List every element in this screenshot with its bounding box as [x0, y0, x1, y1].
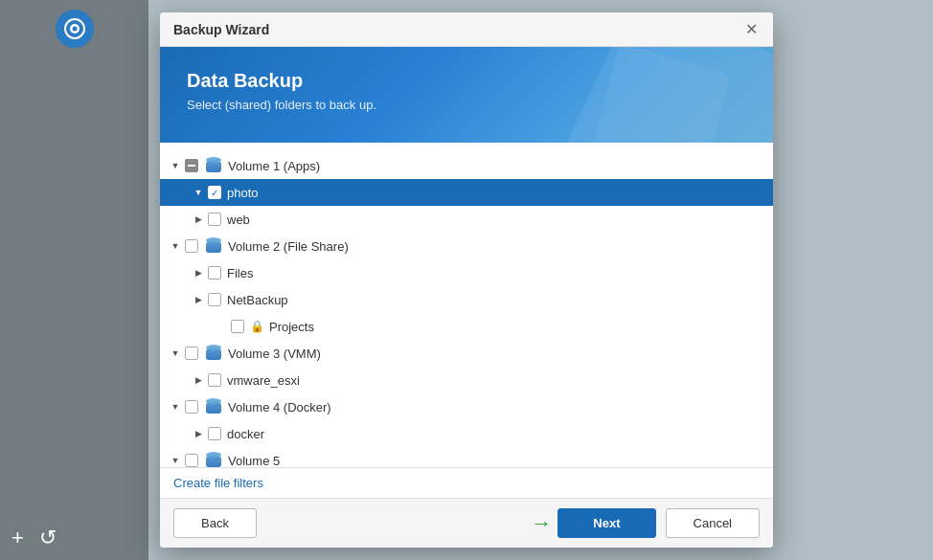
folder-name-vol1: Volume 1 (Apps)	[228, 159, 765, 173]
folder-name-projects: Projects	[269, 320, 765, 334]
checkbox-netbackup[interactable]	[208, 293, 221, 306]
next-arrow-icon: →	[531, 511, 552, 536]
folder-name-web: web	[227, 213, 765, 227]
folder-name-netbackup: NetBackup	[227, 293, 765, 307]
tree-item-vol2[interactable]: Volume 2 (File Share)	[160, 233, 773, 259]
expand-arrow-files[interactable]	[191, 265, 206, 280]
footer-left: Back	[173, 508, 257, 538]
desktop: + ↺ Backup Wizard ✕ Data Backup Select (…	[0, 0, 933, 560]
checkbox-vol3[interactable]	[185, 347, 198, 360]
back-button[interactable]: Back	[173, 508, 257, 538]
db-icon-vol2	[204, 239, 223, 253]
checkbox-vol1[interactable]	[185, 159, 198, 172]
modal-title: Backup Wizard	[173, 22, 269, 37]
expand-arrow-vol4[interactable]	[168, 399, 183, 414]
tree-item-docker[interactable]: docker	[160, 420, 773, 447]
folder-name-files: Files	[227, 266, 765, 280]
expand-arrow-vmware[interactable]	[191, 372, 206, 388]
tree-item-vol4[interactable]: Volume 4 (Docker)	[160, 393, 773, 420]
modal-overlay: Backup Wizard ✕ Data Backup Select (shar…	[0, 0, 933, 560]
checkbox-web[interactable]	[208, 213, 221, 226]
expand-arrow-netbackup[interactable]	[191, 292, 206, 307]
tree-item-netbackup[interactable]: NetBackup	[160, 286, 773, 313]
arrow-container: → Next	[531, 508, 655, 538]
db-icon-vol3	[204, 347, 223, 360]
folder-name-vmware: vmware_esxi	[227, 373, 765, 388]
modal-close-button[interactable]: ✕	[742, 21, 760, 38]
lock-icon: 🔒	[250, 320, 264, 333]
checkbox-projects[interactable]	[231, 320, 244, 333]
checkbox-vmware[interactable]	[208, 373, 221, 387]
tree-item-vol1[interactable]: Volume 1 (Apps)	[160, 152, 773, 179]
cancel-button[interactable]: Cancel	[666, 508, 760, 538]
folder-name-photo: photo	[227, 186, 765, 200]
db-icon-vol1	[204, 159, 223, 172]
checkbox-photo[interactable]	[208, 186, 221, 199]
modal-header-title: Data Backup	[187, 70, 746, 92]
checkbox-docker[interactable]	[208, 427, 221, 440]
footer-right: → Next Cancel	[531, 508, 760, 538]
backup-wizard-modal: Backup Wizard ✕ Data Backup Select (shar…	[160, 12, 773, 548]
folder-tree[interactable]: Volume 1 (Apps) photo web	[160, 143, 773, 468]
db-icon-vol4	[204, 400, 223, 414]
tree-item-photo[interactable]: photo	[160, 179, 773, 206]
expand-arrow-vol2[interactable]	[168, 238, 183, 254]
tree-item-vol3[interactable]: Volume 3 (VMM)	[160, 340, 773, 367]
modal-header-subtitle: Select (shared) folders to back up.	[187, 98, 746, 112]
create-filter-section: Create file filters	[160, 468, 773, 498]
tree-item-vol5[interactable]: Volume 5	[160, 447, 773, 468]
expand-arrow-vol5[interactable]	[168, 453, 183, 468]
checkbox-vol4[interactable]	[185, 400, 198, 414]
modal-titlebar: Backup Wizard ✕	[160, 12, 773, 47]
tree-item-vmware[interactable]: vmware_esxi	[160, 367, 773, 393]
modal-header: Data Backup Select (shared) folders to b…	[160, 47, 773, 143]
folder-name-vol3: Volume 3 (VMM)	[228, 347, 765, 361]
checkbox-files[interactable]	[208, 266, 221, 280]
checkbox-vol2[interactable]	[185, 239, 198, 253]
checkbox-vol5[interactable]	[185, 454, 198, 467]
modal-footer: Back → Next Cancel	[160, 498, 773, 548]
modal-body: Volume 1 (Apps) photo web	[160, 143, 773, 498]
expand-arrow-vol1[interactable]	[168, 158, 183, 173]
expand-arrow-vol3[interactable]	[168, 346, 183, 361]
expand-arrow-photo[interactable]	[191, 185, 206, 200]
db-icon-vol5	[204, 454, 223, 467]
tree-item-files[interactable]: Files	[160, 259, 773, 286]
tree-item-web[interactable]: web	[160, 206, 773, 233]
folder-name-vol2: Volume 2 (File Share)	[228, 239, 765, 254]
create-filter-link[interactable]: Create file filters	[173, 476, 263, 490]
folder-name-docker: docker	[227, 427, 765, 441]
next-button[interactable]: Next	[558, 508, 655, 538]
expand-arrow-docker[interactable]	[191, 426, 206, 441]
folder-name-vol4: Volume 4 (Docker)	[228, 400, 765, 414]
tree-item-projects[interactable]: 🔒 Projects	[160, 313, 773, 340]
folder-name-vol5: Volume 5	[228, 454, 765, 468]
expand-arrow-web[interactable]	[191, 212, 206, 227]
